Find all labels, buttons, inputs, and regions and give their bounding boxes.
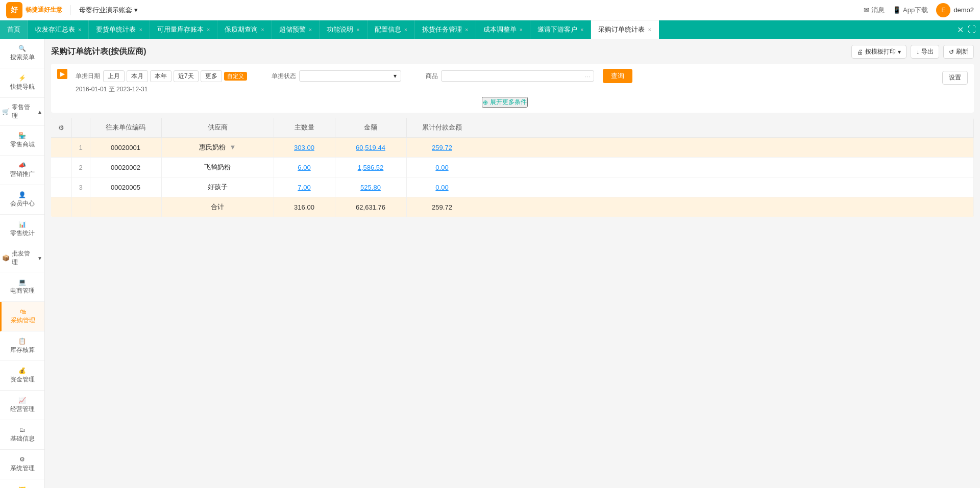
th-qty: 主数量 [274,118,335,138]
th-amount: 金额 [335,118,406,138]
date-filter-label: 单据日期 [76,72,100,81]
settings-button[interactable]: 设置 [942,71,968,85]
sidebar-item-ecom[interactable]: 💻 电商管理 [0,272,44,302]
row-2-amount-link[interactable]: 1,586.52 [358,164,384,171]
nav-close-func[interactable]: × [356,27,359,33]
nav-close-all-icon[interactable]: ✕ [957,25,964,35]
row-1-qty-link[interactable]: 303.00 [294,144,314,151]
nav-item-stock[interactable]: 可用量库存账本 × [150,20,217,39]
nav-item-home[interactable]: 首页 [0,20,28,39]
sidebar-item-inventory[interactable]: 📋 库存核算 [0,331,44,361]
nav-item-summary[interactable]: 收发存汇总表 × [28,20,89,39]
nav-close-overstock[interactable]: × [309,27,312,33]
sidebar-item-collab[interactable]: 🤝 企业协同 [0,479,44,488]
nav-item-func[interactable]: 功能说明 × [320,20,367,39]
table-row: 1 00020001 惠氏奶粉 ▼ 303.00 60,519.44 259.7… [51,138,974,158]
nav-item-config[interactable]: 配置信息 × [368,20,415,39]
date-7days[interactable]: 近7天 [174,70,199,82]
sidebar-item-marketing[interactable]: 📣 营销推广 [0,156,44,185]
sidebar-item-base[interactable]: 🗂 基础信息 [0,420,44,450]
nav-close-expiry[interactable]: × [261,27,264,33]
nav-close-order-stat[interactable]: × [139,27,142,33]
nav-item-expiry[interactable]: 保质期查询 × [217,20,272,39]
nav-close-summary[interactable]: × [78,27,81,33]
nav-item-purchase-stat[interactable]: 采购订单统计表 × [591,20,658,39]
sidebar-item-purchase[interactable]: 🛍 采购管理 [0,302,44,331]
query-button[interactable]: 查询 [603,69,632,83]
sidebar-item-quick-nav[interactable]: ⚡ 快捷导航 [0,68,44,98]
nav-item-order-stat[interactable]: 要货单统计表 × [89,20,150,39]
row-2-qty-link[interactable]: 6.00 [298,164,310,171]
sidebar-item-retail[interactable]: 🛒 零售管理 ▲ [0,98,44,126]
nav-item-cost[interactable]: 成本调整单 × [476,20,530,39]
row-1-amount-link[interactable]: 60,519.44 [356,144,385,151]
management-icon: 📈 [0,397,44,404]
user-area[interactable]: E demo2 [936,3,974,17]
workspace-selector[interactable]: 母婴行业演示账套 ▾ [79,6,138,15]
nav-item-invite[interactable]: 邀请下游客户 × [530,20,591,39]
logo-text: 畅捷通好生意 [26,6,62,13]
refresh-button[interactable]: ↺ 刷新 [943,45,974,59]
message-label: 消息 [871,6,885,15]
layout: 🔍 搜索菜单 ⚡ 快捷导航 🛒 零售管理 ▲ 🏪 零售商城 📣 营销推广 👤 会… [0,39,980,488]
date-more[interactable]: 更多 [201,70,222,82]
nav-close-purchase-stat[interactable]: × [648,27,651,33]
date-last-month[interactable]: 上月 [103,70,125,82]
row-3-qty-link[interactable]: 7.00 [298,184,310,191]
filter-row-2: 2016-01-01 至 2023-12-31 [76,85,934,94]
sidebar-item-search[interactable]: 🔍 搜索菜单 [0,39,44,68]
row-1-supplier: 惠氏奶粉 ▼ [161,138,274,158]
row-3-spacer [478,177,974,197]
date-this-month[interactable]: 本月 [127,70,148,82]
row-3-paid-link[interactable]: 0.00 [435,184,448,191]
row-3-amount-link[interactable]: 525.80 [360,184,381,191]
goods-input[interactable] [441,70,594,82]
status-select[interactable]: ▾ [299,70,401,82]
purchase-icon: 🛍 [2,308,44,315]
row-2-paid-link[interactable]: 0.00 [435,164,448,171]
marketing-icon: 📣 [0,162,44,169]
nav-close-cost[interactable]: × [520,27,523,33]
filter-toggle-btn[interactable]: ▶ [57,69,67,79]
nav-close-config[interactable]: × [404,27,407,33]
goods-input-more-icon[interactable]: ··· [585,72,591,80]
row-1-expand-icon[interactable]: ▼ [229,143,236,151]
app-download-label: App下载 [903,6,928,15]
logo-icon: 好 [6,2,22,18]
row-1-paid-link[interactable]: 259.72 [432,144,452,151]
footer-amount: 62,631.76 [335,197,406,217]
sidebar-item-retail-stat[interactable]: 📊 零售统计 [0,215,44,244]
row-1-amount: 60,519.44 [335,138,406,158]
nav-close-invite[interactable]: × [580,27,583,33]
date-this-year[interactable]: 本年 [150,70,172,82]
date-range-display: 2016-01-01 至 2023-12-31 [76,85,148,94]
message-btn[interactable]: ✉ 消息 [864,6,885,15]
sidebar-item-member[interactable]: 👤 会员中心 [0,185,44,215]
retail-icon: 🛒 [2,108,10,115]
row-1-spacer [478,138,974,158]
nav-close-stock[interactable]: × [207,27,210,33]
nav-close-pick[interactable]: × [465,27,468,33]
app-download-btn[interactable]: 📱 App下载 [893,6,928,15]
ecom-icon: 💻 [0,278,44,286]
top-bar: 好 畅捷通好生意 母婴行业演示账套 ▾ ✉ 消息 📱 App下载 E demo2 [0,0,980,20]
sidebar-item-wholesale[interactable]: 📦 批发管理 ▼ [0,244,44,272]
export-button[interactable]: ↓ 导出 [911,45,939,59]
footer-gear [51,197,71,217]
footer-paid: 259.72 [406,197,478,217]
th-code: 往来单位编码 [90,118,161,138]
logo-area: 好 畅捷通好生意 [6,2,62,18]
sidebar-item-finance[interactable]: 💰 资金管理 [0,361,44,391]
nav-item-pick[interactable]: 拣货任务管理 × [415,20,476,39]
sidebar-base-label: 基础信息 [0,434,44,443]
print-button[interactable]: 🖨 按模板打印 ▾ [851,45,906,59]
sidebar-item-management[interactable]: 📈 经营管理 [0,391,44,420]
sidebar-item-store[interactable]: 🏪 零售商城 [0,126,44,156]
filter-right-actions: 设置 [942,69,968,85]
expand-filter-btn[interactable]: ⊕ 展开更多条件 [482,97,528,108]
sidebar-item-system[interactable]: ⚙ 系统管理 [0,450,44,479]
footer-qty: 316.00 [274,197,335,217]
nav-fullscreen-icon[interactable]: ⛶ [968,25,976,34]
nav-item-overstock[interactable]: 超储预警 × [272,20,320,39]
table-row: 2 00020002 飞鹤奶粉 6.00 1,586.52 0.00 [51,158,974,177]
